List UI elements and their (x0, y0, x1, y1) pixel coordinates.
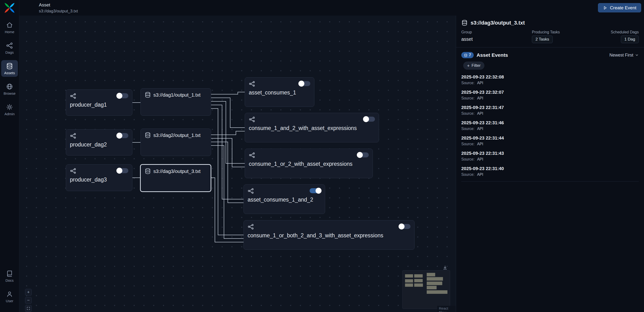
dag-icon (249, 152, 255, 158)
node-label: s3://dag1/output_1.txt (153, 92, 200, 98)
dag-icon (248, 224, 254, 230)
dag-icon (70, 132, 76, 139)
sidebar-item-label: Docs (6, 278, 14, 282)
dag-pause-toggle[interactable] (357, 152, 369, 158)
filter-button[interactable]: + Filter (463, 62, 484, 70)
asset-event-item: 2025-09-23 22:31:44 Source:API (461, 136, 639, 146)
globe-icon (6, 83, 13, 90)
node-consume-1-or-both-2-and-3[interactable]: consume_1_or_both_2_and_3_with_asset_exp… (244, 220, 414, 250)
event-timestamp: 2025-09-23 22:32:07 (461, 90, 639, 95)
event-timestamp: 2025-09-23 22:31:47 (461, 105, 639, 110)
dag-pause-toggle[interactable] (299, 81, 310, 86)
fit-view-icon (26, 306, 30, 310)
dag-pause-toggle[interactable] (117, 168, 128, 173)
zoom-in-button[interactable]: + (25, 289, 32, 296)
sidebar-item-label: User (6, 299, 13, 303)
node-producer-dag3[interactable]: producer_dag3 (66, 164, 132, 191)
dag-pause-toggle[interactable] (117, 133, 128, 138)
event-timestamp: 2025-09-23 22:32:08 (461, 74, 639, 80)
dag-icon (70, 93, 76, 99)
asset-event-item: 2025-09-23 22:31:47 Source:API (461, 105, 639, 116)
asset-event-item: 2025-09-23 22:32:07 Source:API (461, 90, 639, 100)
sidebar-item-label: Browse (4, 91, 16, 96)
node-label: consume_1_and_2_with_asset_expressions (249, 125, 375, 132)
sidebar-item-home[interactable]: Home (1, 19, 18, 36)
filter-label: Filter (472, 63, 480, 68)
event-source-value: API (477, 142, 483, 146)
asset-event-item: 2025-09-23 22:31:43 Source:API (461, 151, 639, 162)
airflow-logo[interactable] (4, 2, 15, 13)
node-consume-1-and-2[interactable]: consume_1_and_2_with_asset_expressions (245, 113, 379, 142)
node-asset-consumes-1-and-2[interactable]: asset_consumes_1_and_2 (244, 184, 325, 214)
book-icon (6, 270, 13, 277)
edge-layer (19, 16, 456, 312)
node-asset-dag3-output3-selected[interactable]: s3://dag3/output_3.txt (140, 164, 211, 192)
database-icon (464, 54, 468, 57)
node-asset-consumes-1[interactable]: asset_consumes_1 (245, 77, 314, 107)
breadcrumb: Asset (39, 2, 50, 8)
node-label: consume_1_or_2_with_asset_expressions (249, 161, 369, 167)
react-flow-attribution[interactable]: React Flow (437, 306, 456, 312)
sort-order-value: Newest First (610, 53, 633, 58)
dag-pause-toggle[interactable] (310, 188, 321, 193)
producing-tasks-chip[interactable]: 2 Tasks (532, 36, 553, 43)
toggle-knob (298, 80, 304, 86)
events-list-divider (461, 181, 639, 182)
producing-tasks-label: Producing Tasks (532, 30, 560, 34)
airflow-asset-page: Home Dags Assets Browse Admin Docs User (0, 0, 644, 312)
node-label: producer_dag1 (70, 102, 128, 108)
zoom-out-glyph: − (27, 298, 30, 303)
sidebar-item-dags[interactable]: Dags (1, 40, 18, 56)
home-icon (6, 22, 13, 28)
database-icon (144, 92, 151, 98)
user-icon (6, 290, 13, 298)
zoom-in-glyph: + (27, 290, 30, 295)
sort-order-dropdown[interactable]: Newest First (610, 53, 639, 58)
fit-view-button[interactable] (25, 305, 32, 312)
create-event-button[interactable]: Create Event (598, 3, 641, 12)
node-producer-dag2[interactable]: producer_dag2 (66, 129, 132, 156)
node-asset-dag1-output1[interactable]: s3://dag1/output_1.txt (140, 88, 211, 116)
event-source-label: Source: (461, 81, 474, 85)
database-icon (6, 62, 13, 70)
asset-events-list: 2025-09-23 22:32:08 Source:API 2025-09-2… (456, 70, 644, 182)
play-icon (603, 6, 608, 10)
dag-icon (70, 168, 76, 174)
create-event-label: Create Event (610, 5, 636, 10)
chevron-down-icon (635, 53, 639, 57)
node-label: producer_dag3 (70, 176, 128, 183)
asset-event-item: 2025-09-23 22:31:46 Source:API (461, 120, 639, 131)
node-label: asset_consumes_1_and_2 (248, 196, 321, 203)
minimap[interactable] (402, 270, 450, 309)
node-label: producer_dag2 (70, 142, 128, 148)
download-graph-icon[interactable] (442, 265, 448, 270)
sidebar-item-browse[interactable]: Browse (1, 80, 18, 97)
node-producer-dag1[interactable]: producer_dag1 (66, 90, 132, 116)
event-timestamp: 2025-09-23 22:31:43 (461, 151, 639, 156)
dag-icon (249, 80, 255, 87)
dag-pause-toggle[interactable] (364, 117, 375, 122)
node-consume-1-or-2[interactable]: consume_1_or_2_with_asset_expressions (245, 148, 373, 178)
event-timestamp: 2025-09-23 22:31:40 (461, 166, 639, 171)
sidebar-item-docs[interactable]: Docs (1, 268, 18, 284)
node-asset-dag2-output1[interactable]: s3://dag2/output_1.txt (140, 128, 211, 156)
scheduled-dags-chip[interactable]: 1 Dag (621, 36, 639, 43)
dag-pause-toggle[interactable] (117, 93, 128, 98)
database-icon (144, 168, 151, 174)
asset-graph-canvas[interactable]: producer_dag1 producer_dag2 producer_dag… (19, 16, 456, 312)
zoom-out-button[interactable]: − (25, 297, 32, 304)
asset-events-title: Asset Events (476, 52, 508, 58)
sidebar: Home Dags Assets Browse Admin Docs User (0, 0, 19, 312)
sidebar-item-admin[interactable]: Admin (1, 101, 18, 118)
sidebar-item-label: Assets (4, 71, 15, 75)
event-source-value: API (477, 172, 483, 177)
node-label: s3://dag2/output_1.txt (153, 132, 200, 138)
plus-icon: + (467, 64, 470, 68)
node-label: s3://dag3/output_3.txt (153, 168, 200, 174)
group-label: Group (461, 30, 472, 34)
asset-events-count-badge: 7 (461, 52, 474, 58)
dag-icon (249, 116, 255, 122)
dag-pause-toggle[interactable] (399, 224, 410, 229)
sidebar-item-assets[interactable]: Assets (1, 60, 18, 77)
sidebar-item-user[interactable]: User (1, 288, 18, 305)
